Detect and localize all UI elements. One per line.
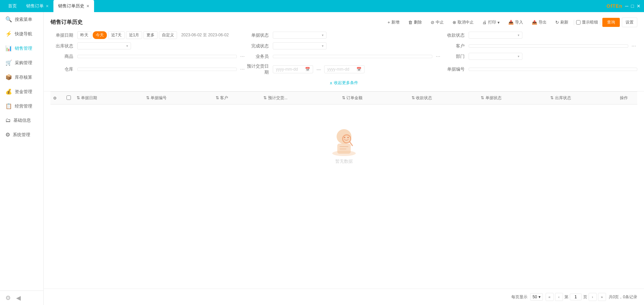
date-btn-7days[interactable]: 近7天 bbox=[108, 31, 125, 39]
th-amount-sort-icon[interactable]: ⇅ bbox=[342, 96, 345, 100]
delivery-end-input[interactable]: yyyy-mm-dd 📅 bbox=[324, 65, 364, 73]
date-btn-custom[interactable]: 自定义 bbox=[159, 31, 177, 39]
toolbar: + 新增 🗑 删除 ⊘ 中止 ⊗ 取消中止 🖨 打印 bbox=[384, 17, 637, 27]
payment-status-select[interactable]: ▾ bbox=[469, 32, 522, 39]
close-tab-sales-order-history[interactable]: ✕ bbox=[86, 4, 89, 8]
delete-button[interactable]: 🗑 删除 bbox=[405, 18, 425, 27]
th-order-amount: ⇅ 订单金额 bbox=[339, 92, 409, 105]
th-order-date-sort-icon[interactable]: ⇅ bbox=[77, 96, 80, 100]
th-delivery-sort-icon[interactable]: ⇅ bbox=[263, 96, 267, 100]
export-icon: 📤 bbox=[532, 20, 537, 25]
dept-label: 部门 bbox=[442, 53, 469, 60]
out-status-select[interactable]: ▾ bbox=[77, 42, 131, 49]
calendar-start-icon: 📅 bbox=[305, 67, 310, 72]
th-customer-sort-icon[interactable]: ⇅ bbox=[216, 96, 219, 100]
date-btn-more[interactable]: 更多 bbox=[143, 31, 158, 39]
sidebar-item-purchase[interactable]: 🛒 采购管理 bbox=[0, 55, 43, 70]
goods-more-btn[interactable]: ··· bbox=[239, 53, 246, 60]
close-tab-sales-order[interactable]: ✕ bbox=[46, 4, 49, 8]
cancel-stop-button[interactable]: ⊗ 取消中止 bbox=[449, 18, 477, 27]
sidebar-item-base-info[interactable]: 🗂 基础信息 bbox=[0, 113, 43, 127]
customer-more-btn[interactable]: ··· bbox=[630, 43, 637, 49]
warehouse-control: ··· bbox=[77, 66, 246, 72]
order-no-input[interactable] bbox=[469, 68, 637, 71]
empty-state: 暂无数据 bbox=[50, 105, 637, 185]
collapse-sidebar-icon[interactable]: ◀ bbox=[16, 294, 21, 302]
tab-sales-order[interactable]: 销售订单 ✕ bbox=[22, 0, 53, 12]
new-button[interactable]: + 新增 bbox=[384, 18, 403, 27]
warehouse-more-btn[interactable]: ··· bbox=[239, 66, 246, 72]
first-page-button[interactable]: « bbox=[546, 293, 554, 301]
page-input[interactable] bbox=[570, 294, 582, 300]
th-out-sort-icon[interactable]: ⇅ bbox=[550, 96, 554, 100]
next-page-button[interactable]: › bbox=[589, 293, 597, 301]
page-nav: « ‹ 第 页 › » bbox=[546, 293, 606, 301]
print-button[interactable]: 🖨 打印 ▾ bbox=[479, 18, 503, 27]
date-btn-1month[interactable]: 近1月 bbox=[126, 31, 142, 39]
customer-input[interactable] bbox=[469, 44, 628, 48]
filter-row-status: 出库状态 ▾ 完成状态 ▾ 客户 ··· bbox=[50, 42, 637, 49]
complete-status-chevron: ▾ bbox=[322, 44, 324, 48]
filter-row-date: 单据日期 昨天 今天 近7天 近1月 更多 自定义 2023-06-02 至 2… bbox=[50, 31, 637, 39]
toolbar-divider bbox=[574, 20, 574, 25]
settings-button[interactable]: 设置 bbox=[622, 17, 637, 27]
payment-status-control: ▾ bbox=[469, 32, 637, 39]
minimize-button[interactable]: ─ bbox=[625, 3, 629, 9]
salesperson-label: 业务员 bbox=[246, 53, 273, 60]
collapse-button[interactable]: ∧ 收起更多条件 bbox=[330, 79, 358, 87]
th-order-status: ⇅ 单据状态 bbox=[478, 92, 548, 105]
display-columns-input[interactable] bbox=[576, 20, 581, 25]
toolbar-divider2 bbox=[600, 20, 600, 25]
order-no-control bbox=[469, 68, 637, 71]
content-area: 销售订单历史 + 新增 🗑 删除 ⊘ 中止 ⊗ 取消中止 bbox=[44, 12, 644, 305]
quick-nav-icon: ⚡ bbox=[5, 31, 12, 37]
window-close-button[interactable]: ✕ bbox=[637, 3, 641, 9]
delivery-date-label: 预计交货日期 bbox=[246, 63, 273, 75]
order-status-chevron: ▾ bbox=[322, 33, 324, 37]
main-layout: 🔍 搜索菜单 ⚡ 快捷导航 📊 销售管理 🛒 采购管理 📦 库存核算 💰 资金管… bbox=[0, 12, 644, 305]
sidebar-item-quick-nav[interactable]: ⚡ 快捷导航 bbox=[0, 27, 43, 41]
tab-home[interactable]: 首页 bbox=[3, 0, 22, 12]
th-order-no-sort-icon[interactable]: ⇅ bbox=[146, 96, 149, 100]
delivery-start-input[interactable]: yyyy-mm-dd 📅 bbox=[273, 65, 313, 73]
refresh-button[interactable]: ↻ 刷新 bbox=[552, 18, 572, 27]
restore-button[interactable]: □ bbox=[631, 3, 634, 9]
sidebar-item-inventory[interactable]: 📦 库存核算 bbox=[0, 70, 43, 84]
order-status-select[interactable]: ▾ bbox=[273, 32, 327, 39]
collapse-row: ∧ 收起更多条件 bbox=[50, 79, 637, 87]
dept-chevron: ▾ bbox=[518, 54, 519, 58]
import-button[interactable]: 📥 导入 bbox=[505, 18, 526, 27]
sidebar-item-sales[interactable]: 📊 销售管理 bbox=[0, 41, 43, 55]
complete-status-select[interactable]: ▾ bbox=[273, 42, 327, 49]
th-order-status-sort-icon[interactable]: ⇅ bbox=[481, 96, 484, 100]
warehouse-input[interactable] bbox=[77, 68, 237, 71]
order-no-label: 单据编号 bbox=[442, 66, 469, 72]
goods-control: ··· bbox=[77, 53, 246, 60]
sidebar-item-operations[interactable]: 📋 经营管理 bbox=[0, 99, 43, 113]
tab-sales-order-history[interactable]: 销售订单历史 ✕ bbox=[53, 0, 94, 12]
salesperson-input[interactable] bbox=[273, 55, 432, 58]
dept-select[interactable]: ▾ bbox=[469, 53, 522, 60]
date-btn-yesterday[interactable]: 昨天 bbox=[77, 31, 91, 39]
th-operations: 操作 bbox=[617, 92, 637, 105]
sidebar-item-system[interactable]: ⚙ 系统管理 bbox=[0, 127, 43, 142]
goods-label: 商品 bbox=[50, 53, 77, 60]
complete-status-label: 完成状态 bbox=[246, 43, 273, 49]
export-button[interactable]: 📤 导出 bbox=[528, 18, 550, 27]
sidebar-item-search[interactable]: 🔍 搜索菜单 bbox=[0, 12, 43, 27]
goods-input[interactable] bbox=[77, 55, 237, 58]
per-page-select[interactable]: 50 ▾ bbox=[530, 293, 543, 301]
date-btn-today[interactable]: 今天 bbox=[93, 31, 107, 39]
select-all-checkbox[interactable] bbox=[67, 96, 71, 100]
sidebar-item-finance[interactable]: 💰 资金管理 bbox=[0, 84, 43, 99]
display-columns-checkbox[interactable]: 显示暗细 bbox=[576, 20, 598, 25]
last-page-button[interactable]: » bbox=[598, 293, 606, 301]
salesperson-more-btn[interactable]: ··· bbox=[434, 53, 441, 60]
stop-button[interactable]: ⊘ 中止 bbox=[427, 18, 447, 27]
query-button[interactable]: 查询 bbox=[602, 18, 620, 27]
table-settings-icon[interactable]: ⚙ bbox=[53, 96, 57, 101]
th-payment-sort-icon[interactable]: ⇅ bbox=[412, 96, 415, 100]
date-range-display: 2023-06-02 至 2023-06-02 bbox=[181, 32, 228, 38]
prev-page-button[interactable]: ‹ bbox=[555, 293, 563, 301]
settings-bottom-icon[interactable]: ⚙ bbox=[5, 294, 11, 302]
